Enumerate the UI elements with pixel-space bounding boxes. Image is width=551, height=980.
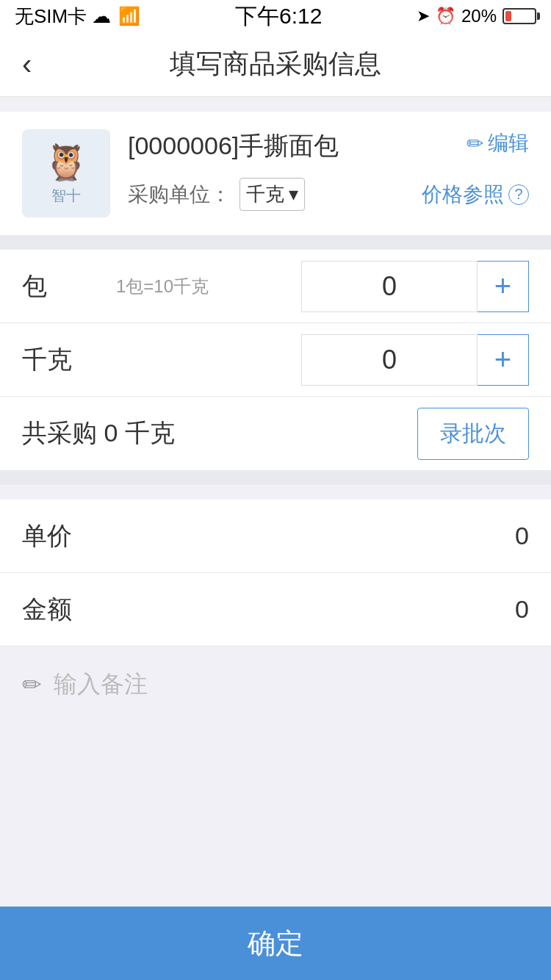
edit-link[interactable]: ✏ 编辑 <box>467 129 529 157</box>
product-card: 🦉 智十 [0000006]手撕面包 采购单位： 千克 ▾ 价格参照 ? ✏ 编… <box>0 112 551 235</box>
amount-label: 金额 <box>22 593 72 627</box>
unit-value: 千克 <box>246 181 284 207</box>
unit-price-value: 0 <box>515 522 529 550</box>
total-row: 共采购 0 千克 录批次 <box>0 397 551 470</box>
product-logo-text: 智十 <box>44 186 88 206</box>
pencil-icon: ✏ <box>22 671 42 699</box>
amount-value: 0 <box>515 595 529 624</box>
info-section: 单价 0 金额 0 <box>0 500 551 646</box>
amount-row: 金额 0 <box>0 573 551 646</box>
unit-label: 采购单位： <box>128 181 231 209</box>
kg-qty-input[interactable] <box>301 334 478 386</box>
bag-label: 包 <box>22 270 110 303</box>
price-ref-label: 价格参照 <box>422 181 504 209</box>
bag-plus-button[interactable]: + <box>478 261 529 312</box>
product-unit-row: 采购单位： 千克 ▾ 价格参照 ? <box>128 178 529 211</box>
alarm-icon: ⏰ <box>436 7 455 26</box>
status-time: 下午6:12 <box>235 1 322 32</box>
info-icon: ? <box>508 184 529 205</box>
status-right: ➤ ⏰ 20% <box>417 6 536 26</box>
edit-icon: ✏ <box>467 131 483 156</box>
page-title: 填写商品采购信息 <box>170 46 381 82</box>
kg-label: 千克 <box>22 343 110 377</box>
section-divider-2 <box>0 470 551 485</box>
bag-sub-label: 1包=10千克 <box>116 275 209 298</box>
kg-plus-button[interactable]: + <box>478 334 529 386</box>
batch-button[interactable]: 录批次 <box>417 408 529 460</box>
location-icon: ➤ <box>417 7 430 26</box>
nav-bar: ‹ 填写商品采购信息 <box>0 32 551 97</box>
price-ref-link[interactable]: 价格参照 ? <box>422 181 529 209</box>
total-label: 共采购 0 千克 <box>22 417 175 450</box>
battery-icon <box>503 8 536 24</box>
bag-qty-input[interactable] <box>301 261 478 312</box>
remark-section[interactable]: ✏ 输入备注 <box>0 646 551 723</box>
confirm-button[interactable]: 确定 <box>0 907 551 980</box>
product-image: 🦉 智十 <box>22 129 110 217</box>
unit-price-label: 单价 <box>22 519 72 553</box>
kg-input-right: + <box>301 334 529 386</box>
remark-placeholder: 输入备注 <box>54 669 148 701</box>
edit-label: 编辑 <box>488 129 529 157</box>
input-row-bag: 包 1包=10千克 + <box>0 250 551 323</box>
back-button[interactable]: ‹ <box>22 48 32 81</box>
wifi-icon: 📶 <box>118 6 140 26</box>
status-left: 无SIM卡 ☁ 📶 <box>15 4 140 29</box>
dropdown-arrow-icon: ▾ <box>289 183 298 206</box>
status-bar: 无SIM卡 ☁ 📶 下午6:12 ➤ ⏰ 20% <box>0 0 551 32</box>
input-row-kg: 千克 + <box>0 323 551 397</box>
battery-percent: 20% <box>461 6 497 26</box>
bag-input-right: + <box>301 261 529 312</box>
input-section: 包 1包=10千克 + 千克 + <box>0 250 551 397</box>
unit-price-row: 单价 0 <box>0 500 551 573</box>
no-sim-label: 无SIM卡 ☁ <box>15 4 111 29</box>
section-divider-1 <box>0 235 551 250</box>
unit-dropdown[interactable]: 千克 ▾ <box>240 178 305 211</box>
product-logo: 🦉 <box>44 142 88 183</box>
